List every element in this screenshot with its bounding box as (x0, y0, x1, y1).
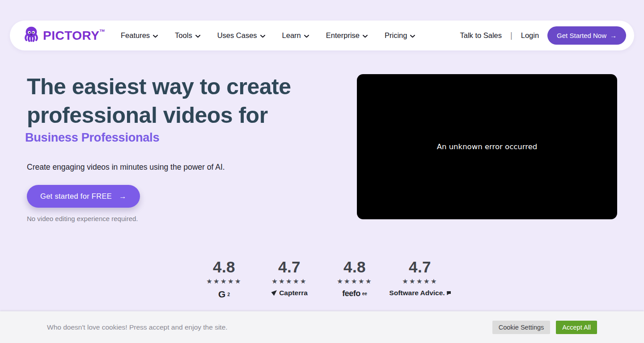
video-error-message: An unknown error occurred (437, 142, 538, 151)
get-started-free-button[interactable]: Get started for FREE → (27, 185, 140, 208)
g2-logo: G2 (191, 289, 257, 300)
hero-note: No video editing experience required. (27, 215, 331, 222)
nav-divider: | (510, 31, 513, 40)
chevron-down-icon (363, 35, 368, 38)
rating-badge-feefo: 4.8 ★★★★★ feefoee (322, 258, 387, 300)
nav-item-use-cases[interactable]: Uses Cases (217, 31, 265, 40)
feefo-logo: feefoee (322, 289, 387, 298)
rating-badges-row: 4.8 ★★★★★ G2 4.7 ★★★★★ Capterra 4.8 ★★★★… (191, 258, 453, 300)
cookie-settings-button[interactable]: Cookie Settings (492, 321, 551, 334)
hero-subtitle: Create engaging videos in minutes using … (27, 163, 331, 172)
brand-trademark: TM (99, 29, 105, 33)
page-title: The easiest way to create professional v… (27, 72, 331, 130)
nav-item-enterprise[interactable]: Enterprise (326, 31, 368, 40)
cookie-message: Who doesn't love cookies! Press accept a… (47, 323, 228, 331)
cookie-actions: Cookie Settings Accept All (492, 321, 597, 334)
software-advice-logo: Software Advice. (387, 289, 453, 297)
capterra-logo: Capterra (257, 289, 322, 297)
nav-item-tools[interactable]: Tools (175, 31, 200, 40)
star-rating-icon: ★★★★★ (191, 277, 257, 285)
accept-all-button[interactable]: Accept All (556, 321, 597, 334)
get-started-now-button[interactable]: Get Started Now → (547, 26, 626, 45)
brand-wordmark: PICTORY (43, 26, 99, 46)
nav-item-features[interactable]: Features (121, 31, 158, 40)
cookie-banner: Who doesn't love cookies! Press accept a… (0, 311, 644, 343)
hero-section: The easiest way to create professional v… (27, 72, 331, 222)
arrow-right-icon: → (119, 192, 127, 201)
octopus-icon (21, 25, 41, 45)
nav-item-pricing[interactable]: Pricing (385, 31, 415, 40)
hero-video-player[interactable]: An unknown error occurred (357, 74, 617, 219)
chevron-down-icon (153, 35, 158, 38)
login-link[interactable]: Login (521, 31, 539, 40)
star-rating-icon: ★★★★★ (387, 277, 453, 285)
talk-to-sales-link[interactable]: Talk to Sales (460, 31, 502, 40)
arrow-right-icon: → (610, 32, 617, 39)
chevron-down-icon (260, 35, 265, 38)
chevron-down-icon (410, 35, 415, 38)
star-rating-icon: ★★★★★ (322, 277, 387, 285)
rating-badge-software-advice: 4.7 ★★★★★ Software Advice. (387, 258, 453, 300)
top-navigation-bar: PICTORY TM Features Tools Uses Cases Lea… (10, 21, 634, 50)
chevron-down-icon (304, 35, 309, 38)
chevron-down-icon (195, 35, 200, 38)
pictory-logo[interactable]: PICTORY TM (21, 26, 105, 46)
nav-item-learn[interactable]: Learn (282, 31, 309, 40)
capterra-flag-icon (271, 290, 277, 296)
nav-right-group: Talk to Sales | Login Get Started Now → (460, 26, 627, 45)
rating-badge-capterra: 4.7 ★★★★★ Capterra (257, 258, 322, 300)
star-rating-icon: ★★★★★ (257, 277, 322, 285)
speech-bubble-icon (447, 291, 451, 295)
rating-badge-g2: 4.8 ★★★★★ G2 (191, 258, 257, 300)
hero-title-highlight: Business Professionals (25, 131, 331, 145)
main-menu: Features Tools Uses Cases Learn Enterpri… (121, 31, 415, 40)
